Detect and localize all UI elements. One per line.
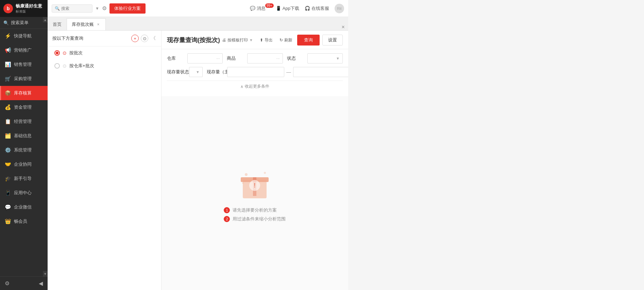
- sidebar-scroll-up-btn[interactable]: ▲: [43, 17, 48, 22]
- tip-num-2: 2: [224, 216, 230, 222]
- experience-btn[interactable]: 体验行业方案: [109, 3, 146, 14]
- inventory-qty-max[interactable]: [293, 67, 348, 77]
- tab-close-icon[interactable]: ×: [96, 22, 101, 27]
- topbar-search-box[interactable]: 🔍: [52, 4, 92, 13]
- sidebar-search[interactable]: 🔍 搜索菜单: [0, 17, 48, 29]
- refresh-label: 刷新: [284, 37, 292, 43]
- collapse-left-panel-btn[interactable]: 《: [150, 35, 156, 42]
- inventory-qty-min[interactable]: [227, 67, 284, 77]
- nav-icon-member: 👑: [4, 218, 11, 225]
- settings-btn[interactable]: 设置: [322, 35, 343, 46]
- inventory-status-dropdown-icon: ▼: [196, 70, 200, 74]
- plan-settings-btn[interactable]: ⊙: [141, 35, 148, 42]
- nav-icon-wechat: 💬: [4, 204, 11, 211]
- sidebar-item-system[interactable]: ⚙️ 系统管理: [0, 143, 48, 157]
- nav-icon-quick-nav: ⚡: [4, 33, 11, 39]
- sidebar-item-operations[interactable]: 📋 经营管理: [0, 114, 48, 129]
- messages-action[interactable]: 💬 消息 99+: [250, 5, 270, 12]
- topbar-actions: 💬 消息 99+ 📱 App下载 🎧 在线客服 Rit: [250, 4, 344, 13]
- query-btn[interactable]: 查询: [297, 35, 320, 46]
- sidebar-scroll-down-btn[interactable]: ▼: [43, 271, 48, 276]
- right-panel: 现存量查询(按批次) 🖨 按模板打印 ▼ ⬆ 导出: [162, 31, 348, 290]
- online-service-label: 在线客服: [311, 5, 329, 12]
- filter-row-2: 现存量状态 ▼ 现存量（主） —: [167, 67, 343, 77]
- collapse-more-btn[interactable]: ∧ 收起更多条件: [167, 80, 343, 92]
- messages-label: 消息: [257, 5, 266, 12]
- topbar-dropdown-icon[interactable]: ▼: [95, 6, 99, 11]
- inventory-qty-filter-group: 现存量（主） —: [207, 67, 343, 77]
- export-label: 导出: [265, 37, 273, 43]
- user-avatar-action[interactable]: Rit: [335, 4, 344, 13]
- warehouse-filter-group: 仓库 ···: [167, 53, 223, 64]
- nav-icon-newbie: 🎓: [4, 175, 11, 182]
- inventory-qty-range: —: [227, 67, 348, 77]
- nav-icon-system: ⚙️: [4, 147, 11, 153]
- sidebar: b 畅康通好生意 标准版 🔍 搜索菜单 ⚡ 快捷导航 📢 营销推广 📊 销售管理…: [0, 0, 48, 290]
- topbar-search-input[interactable]: [61, 6, 85, 11]
- app-download-label: App下载: [283, 5, 299, 12]
- empty-state: ! 1 请先选择要分析的方案 2 用过滤条件来缩小分析范围: [162, 96, 348, 290]
- print-dropdown-icon[interactable]: ▼: [249, 38, 253, 42]
- nav-label-quick-nav: 快捷导航: [14, 33, 32, 39]
- sidebar-item-enterprise[interactable]: 🤝 企业协同: [0, 157, 48, 171]
- sidebar-item-basic[interactable]: 🗂️ 基础信息: [0, 129, 48, 143]
- product-filter-group: 商品 ···: [227, 53, 283, 64]
- topbar-search-icon: 🔍: [55, 6, 60, 11]
- nav-icon-marketing: 📢: [4, 47, 11, 54]
- settings-icon[interactable]: ⚙: [5, 280, 10, 287]
- left-panel-header: 按以下方案查询 + ⊙ 《: [48, 31, 161, 47]
- tab-batch-inventory[interactable]: 库存批次账 ×: [67, 18, 106, 30]
- plan-item-by-warehouse-batch[interactable]: ⊙ 按仓库+批次: [48, 59, 161, 72]
- app-logo: b: [3, 4, 13, 13]
- tip-text-2: 用过滤条件来缩小分析范围: [233, 216, 286, 222]
- sidebar-item-member[interactable]: 👑 畅会员: [0, 214, 48, 229]
- nav-icon-sales: 📊: [4, 61, 11, 68]
- status-dropdown-icon: ▼: [336, 56, 340, 60]
- sidebar-item-appstore[interactable]: 📱 应用中心: [0, 186, 48, 200]
- home-tab-label: 首页: [53, 21, 62, 28]
- nav-label-wechat: 企业微信: [14, 204, 32, 210]
- plan-item-by-batch[interactable]: ⊙ 按批次: [48, 47, 161, 59]
- collapse-sidebar-icon[interactable]: ◀: [39, 280, 43, 287]
- warehouse-filter-label: 仓库: [167, 55, 187, 61]
- filter-area: 仓库 ··· 商品 ···: [162, 49, 348, 96]
- range-dash: —: [286, 69, 291, 75]
- nav-label-operations: 经营管理: [14, 119, 32, 125]
- warehouse-filter-input[interactable]: ···: [187, 53, 223, 64]
- add-plan-btn[interactable]: +: [131, 35, 139, 42]
- page-header-actions: 🖨 按模板打印 ▼ ⬆ 导出 ↻ 刷新: [220, 35, 343, 46]
- page-title-row: 现存量查询(按批次) 🖨 按模板打印 ▼ ⬆ 导出: [167, 35, 343, 49]
- nav-label-basic: 基础信息: [14, 133, 32, 139]
- plan-icon-by-batch: ⊙: [63, 50, 67, 56]
- sidebar-item-finance[interactable]: 💰 资金管理: [0, 100, 48, 114]
- sidebar-item-marketing[interactable]: 📢 营销推广: [0, 43, 48, 57]
- sidebar-item-newbie[interactable]: 🎓 新手引导: [0, 171, 48, 186]
- product-filter-input[interactable]: ···: [247, 53, 283, 64]
- sidebar-item-purchase[interactable]: 🛒 采购管理: [0, 72, 48, 86]
- nav-label-member: 畅会员: [14, 218, 27, 224]
- nav-label-appstore: 应用中心: [14, 190, 32, 196]
- status-filter-select[interactable]: ▼: [307, 53, 343, 64]
- tab-home[interactable]: 首页: [48, 18, 67, 30]
- print-btn[interactable]: 🖨 按模板打印 ▼: [220, 36, 255, 44]
- search-icon: 🔍: [3, 20, 9, 25]
- export-btn[interactable]: ⬆ 导出: [258, 36, 275, 44]
- refresh-btn[interactable]: ↻ 刷新: [277, 36, 294, 44]
- sidebar-item-inventory[interactable]: 📦 库存核算: [0, 86, 48, 100]
- inventory-status-select[interactable]: ▼: [189, 67, 203, 77]
- app-download-action[interactable]: 📱 App下载: [276, 5, 299, 12]
- collapse-chevron-up-icon: ∧: [240, 84, 243, 89]
- tabs-close-all-btn[interactable]: ×: [339, 24, 348, 30]
- page-header: 现存量查询(按批次) 🖨 按模板打印 ▼ ⬆ 导出: [162, 31, 348, 49]
- plan-icon-by-warehouse-batch: ⊙: [63, 63, 67, 69]
- online-service-action[interactable]: 🎧 在线客服: [305, 5, 329, 12]
- sidebar-item-wechat[interactable]: 💬 企业微信: [0, 200, 48, 214]
- sidebar-item-sales[interactable]: 📊 销售管理: [0, 57, 48, 72]
- nav-label-sales: 销售管理: [14, 61, 32, 68]
- nav-icon-purchase: 🛒: [4, 75, 11, 82]
- sidebar-header: b 畅康通好生意 标准版: [0, 0, 48, 17]
- sidebar-item-quick-nav[interactable]: ⚡ 快捷导航: [0, 29, 48, 43]
- main-area: 🔍 ▼ ⚙ 体验行业方案 💬 消息 99+ 📱 App下载 🎧 在线客服 R: [48, 0, 348, 290]
- topbar-settings-icon[interactable]: ⚙: [102, 5, 107, 12]
- topbar: 🔍 ▼ ⚙ 体验行业方案 💬 消息 99+ 📱 App下载 🎧 在线客服 R: [48, 0, 348, 17]
